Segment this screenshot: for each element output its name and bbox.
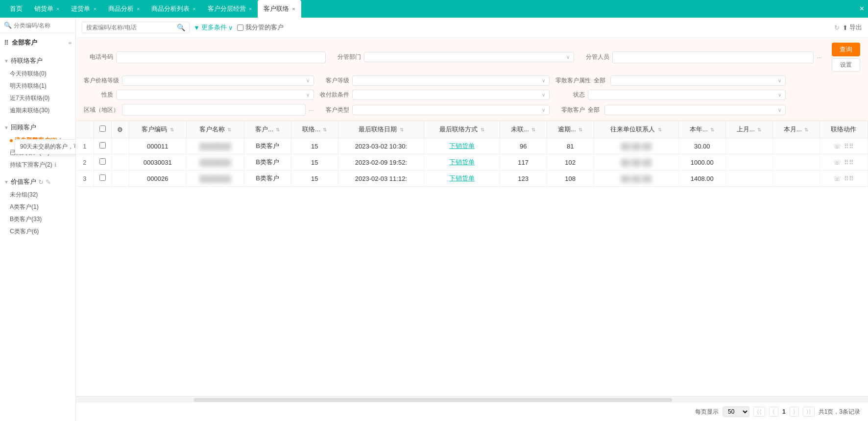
horizontal-scrollbar[interactable] bbox=[76, 396, 868, 402]
table-row: 200030031███████B类客户152023-02-09 19:52:下… bbox=[76, 154, 868, 171]
row-settings-cell bbox=[111, 171, 129, 187]
sort-this-month-icon[interactable]: ⇅ bbox=[804, 127, 808, 132]
sidebar-search-input[interactable] bbox=[14, 22, 72, 29]
search-input[interactable] bbox=[86, 24, 177, 31]
row-checkbox-0[interactable] bbox=[99, 142, 106, 149]
row-checkbox-cell[interactable] bbox=[94, 154, 111, 171]
sidebar-item-declining[interactable]: 持续下滑客户(2) ℹ bbox=[0, 159, 75, 171]
export-btn[interactable]: ⬆ 导出 bbox=[843, 23, 862, 32]
action-phone-icon[interactable]: ☏ bbox=[833, 143, 841, 150]
customer-type-select[interactable]: ∨ bbox=[352, 105, 550, 115]
sidebar-all-customers[interactable]: ⠿ 全部客户 « bbox=[0, 35, 75, 50]
refresh-icon-btn[interactable]: ↻ bbox=[834, 24, 840, 31]
payment-select[interactable]: ∨ bbox=[352, 90, 550, 100]
info-icon-declining[interactable]: ℹ bbox=[54, 162, 56, 168]
action-more-icon[interactable]: ⠿⠿ bbox=[844, 175, 854, 182]
sort-type-icon[interactable]: ⇅ bbox=[276, 127, 280, 132]
row-checkbox-cell[interactable] bbox=[94, 138, 111, 154]
dept-select[interactable]: ∨ bbox=[364, 52, 574, 62]
person-more-icon[interactable]: ··· bbox=[817, 53, 822, 61]
refresh-icon[interactable]: ↻ bbox=[38, 178, 44, 186]
sidebar-item-7days-pending[interactable]: 近7天待联络(0) bbox=[0, 92, 75, 104]
sort-name-icon[interactable]: ⇅ bbox=[227, 127, 231, 132]
row-action[interactable]: ☏ ⠿⠿ bbox=[820, 138, 868, 154]
customer-level-select[interactable]: ∨ bbox=[352, 75, 550, 86]
tab-home[interactable]: 首页 bbox=[4, 0, 28, 18]
region-input[interactable] bbox=[122, 104, 306, 116]
action-more-icon[interactable]: ⠿⠿ bbox=[844, 143, 854, 150]
person-input[interactable] bbox=[612, 51, 814, 63]
row-action[interactable]: ☏ ⠿⠿ bbox=[820, 171, 868, 187]
row-checkbox-1[interactable] bbox=[99, 158, 106, 165]
action-more-icon[interactable]: ⠿⠿ bbox=[844, 159, 854, 166]
sidebar-item-tomorrow-pending[interactable]: 明天待联络(1) bbox=[0, 80, 75, 92]
action-phone-icon[interactable]: ☏ bbox=[833, 175, 841, 182]
price-level-select[interactable]: ∨ bbox=[122, 75, 314, 86]
search-button[interactable]: 🔍 bbox=[177, 24, 185, 31]
scrollbar-track[interactable] bbox=[193, 398, 672, 402]
sidebar-item-ungrouped[interactable]: 未分组(32) bbox=[0, 189, 75, 201]
search-box: 🔍 bbox=[82, 22, 190, 33]
sidebar-group-value[interactable]: ▼ 价值客户 ↻ ✎ bbox=[0, 175, 75, 189]
edit-icon[interactable]: ✎ bbox=[46, 178, 51, 186]
close-all-tabs[interactable]: × bbox=[860, 4, 864, 13]
row-settings-cell bbox=[111, 154, 129, 171]
sidebar-item-b-class[interactable]: B类客户(33) bbox=[0, 213, 75, 225]
col-settings[interactable]: ⚙ bbox=[111, 121, 129, 138]
select-all-checkbox[interactable] bbox=[99, 125, 106, 132]
sidebar-group-pending[interactable]: ▼ 待联络客户 bbox=[0, 54, 75, 68]
sidebar-item-a-class[interactable]: A类客户(1) bbox=[0, 201, 75, 213]
tab-product-analysis-list[interactable]: 商品分析列表 × bbox=[145, 0, 201, 18]
my-customers-checkbox[interactable] bbox=[237, 25, 243, 31]
tab-sales-order[interactable]: 销货单 × bbox=[28, 0, 65, 18]
close-tab-product-list[interactable]: × bbox=[193, 6, 195, 12]
phone-input[interactable] bbox=[116, 51, 326, 63]
retail-attr-select[interactable]: ∨ bbox=[610, 75, 786, 86]
close-tab-product-analysis[interactable]: × bbox=[137, 6, 140, 12]
sort-code-icon[interactable]: ⇅ bbox=[170, 127, 174, 132]
col-checkbox[interactable] bbox=[94, 121, 111, 138]
nature-select[interactable]: ∨ bbox=[116, 90, 314, 100]
sort-year-icon[interactable]: ⇅ bbox=[710, 127, 714, 132]
sidebar-item-c-class[interactable]: C类客户(6) bbox=[0, 225, 75, 238]
collapse-icon[interactable]: « bbox=[69, 40, 72, 46]
sidebar-item-overdue-pending[interactable]: 逾期未联络(30) bbox=[0, 104, 75, 117]
row-last-way[interactable]: 下销货单 bbox=[424, 171, 500, 187]
sidebar-item-today-pending[interactable]: 今天待联络(0) bbox=[0, 68, 75, 80]
tab-product-analysis[interactable]: 商品分析 × bbox=[102, 0, 145, 18]
row-checkbox-cell[interactable] bbox=[94, 171, 111, 187]
query-button[interactable]: 查询 bbox=[832, 43, 860, 56]
action-phone-icon[interactable]: ☏ bbox=[833, 159, 841, 166]
sort-date-icon[interactable]: ⇅ bbox=[400, 127, 404, 132]
sort-way-icon[interactable]: ⇅ bbox=[481, 127, 484, 132]
close-tab-sales[interactable]: × bbox=[56, 6, 59, 12]
prev-page-btn[interactable]: ⟨ bbox=[769, 407, 778, 417]
row-checkbox-2[interactable] bbox=[99, 174, 106, 181]
close-tab-customer-contact[interactable]: × bbox=[292, 6, 295, 12]
row-last-way[interactable]: 下销货单 bbox=[424, 154, 500, 171]
region-more-icon[interactable]: ··· bbox=[309, 106, 314, 114]
retail-customer-select[interactable]: ∨ bbox=[604, 105, 786, 115]
my-customers-checkbox-label[interactable]: 我分管的客户 bbox=[237, 23, 284, 32]
row-action[interactable]: ☏ ⠿⠿ bbox=[820, 154, 868, 171]
content-area: 🔍 ▼ 更多条件 ∨ 我分管的客户 ↻ ⬆ 导出 bbox=[76, 18, 868, 421]
sort-unit-icon[interactable]: ⇅ bbox=[658, 127, 662, 132]
tab-purchase-order[interactable]: 进货单 × bbox=[65, 0, 102, 18]
first-page-btn[interactable]: ⟨⟨ bbox=[753, 407, 765, 417]
settings-button[interactable]: 设置 bbox=[832, 58, 860, 72]
close-tab-purchase[interactable]: × bbox=[93, 6, 96, 12]
tab-customer-tier[interactable]: 客户分层经营 × bbox=[202, 0, 258, 18]
more-conditions-btn[interactable]: ▼ 更多条件 ∨ bbox=[193, 23, 233, 32]
sort-uncontacted-icon[interactable]: ⇅ bbox=[531, 127, 535, 132]
sort-contact-icon[interactable]: ⇅ bbox=[323, 127, 327, 132]
sort-last-month-icon[interactable]: ⇅ bbox=[757, 127, 761, 132]
status-select[interactable]: ∨ bbox=[588, 90, 786, 100]
close-tab-customer-tier[interactable]: × bbox=[249, 6, 252, 12]
sort-overdue-icon[interactable]: ⇅ bbox=[579, 127, 582, 132]
row-last-way[interactable]: 下销货单 bbox=[424, 138, 500, 154]
tab-customer-contact[interactable]: 客户联络 × bbox=[258, 0, 301, 18]
per-page-select[interactable]: 50 20 100 bbox=[723, 406, 749, 417]
sidebar-group-review[interactable]: ▼ 回顾客户 bbox=[0, 121, 75, 134]
last-page-btn[interactable]: ⟩⟩ bbox=[803, 407, 815, 417]
next-page-btn[interactable]: ⟩ bbox=[790, 407, 799, 417]
